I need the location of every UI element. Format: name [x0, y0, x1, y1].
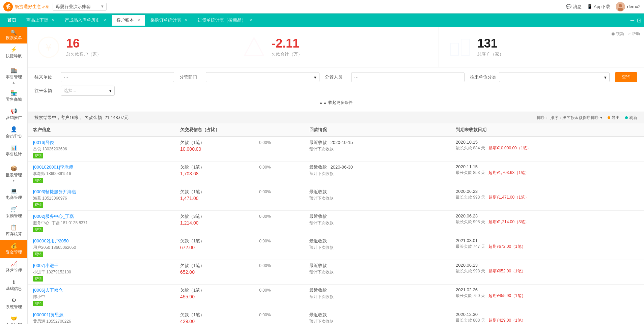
customer-name-link[interactable]: [0001020001]李老师 [33, 165, 73, 170]
sidebar-item-system[interactable]: ⚙ 系统管理 [0, 294, 27, 313]
customer-tag: 现销 [33, 227, 43, 232]
overdue-amount[interactable]: 超期¥10,000.00（1笔） [488, 146, 531, 150]
marketing-icon: 📢 [10, 108, 17, 114]
sidebar-item-inventory[interactable]: 📋 库存核算 [0, 222, 27, 240]
filter-category-select[interactable]: ▾ [499, 72, 610, 82]
sidebar-search[interactable]: 🔍 搜索菜单 [0, 27, 27, 43]
sidebar-item-purchase[interactable]: 🛒 采购管理 [0, 203, 27, 222]
customer-name-link[interactable]: [000002]用户2050 [33, 238, 69, 243]
sidebar-item-member[interactable]: 👤 会员中心 [0, 123, 27, 142]
overdue-amount[interactable]: 超期¥455.90（1笔） [488, 293, 526, 298]
sidebar-item-retail-stats[interactable]: 📊 零售统计 [0, 142, 27, 160]
customer-tag: 现销 [33, 178, 43, 183]
collapse-filter-button[interactable]: ▲▲ 收起更多条件 [34, 98, 637, 107]
collect-extra-cell [426, 309, 450, 324]
collect-status-cell: 最近收款 预计下次收款 [304, 285, 426, 309]
due-date-cell: 2020.06.23 最长欠款 998 天 超期¥1,471.00（1笔） [450, 186, 644, 211]
sidebar-item-quick-nav[interactable]: ⚡ 快捷导航 [0, 43, 27, 62]
refresh-icon [625, 116, 628, 119]
customer-name-link[interactable]: [0006]去下粮仓 [33, 288, 63, 293]
due-date-cell: 2020.10.15 最长欠款 884 天 超期¥10,000.00（1笔） [450, 137, 644, 161]
tab-close-icon[interactable]: ✕ [103, 18, 106, 23]
company-selector[interactable]: 母婴行业演示账套 ▾ [53, 3, 107, 11]
debt-amount: 10,000.00 [180, 146, 248, 152]
debt-count: 欠款（1笔） [180, 263, 248, 269]
tab-product-history[interactable]: 产成品入库单历史 ✕ [60, 15, 111, 26]
customer-contact: 吕俊 13026203696 [33, 146, 169, 152]
sidebar-item-finance[interactable]: 💰 资金管理 [0, 240, 27, 258]
tab-product-onoff[interactable]: 商品上下架 ✕ [22, 15, 59, 26]
debt-count-cell: 欠款（1笔） 10,000.00 [175, 137, 254, 161]
maximize-icon[interactable]: ⊡ [637, 17, 641, 24]
collect-status-cell: 最近收款 预计下次收款 [304, 260, 426, 285]
due-date-cell: 2020.06.23 最长欠款 998 天 超期¥1,214.00（3笔） [450, 211, 644, 235]
customer-contact: 小进干 18279152100 [33, 269, 169, 275]
stats-row: ¥ 16 总欠款客户（家） ! [28, 27, 644, 67]
video-help-button[interactable]: ◉ 视频 [611, 31, 624, 37]
overdue-amount[interactable]: 超期¥429.00（1笔） [488, 318, 526, 323]
more-icon: ··· [354, 74, 359, 80]
sidebar-item-retail-mgmt[interactable]: 🏬 零售管理 ▲ [0, 64, 27, 87]
quick-nav-icon: ⚡ [10, 46, 17, 53]
overdue-amount[interactable]: 超期¥1,703.68（1笔） [488, 170, 529, 175]
customer-name-link[interactable]: [0007]小进干 [33, 263, 58, 268]
filter-customer-input[interactable]: ··· [61, 72, 174, 82]
sidebar-item-ecommerce[interactable]: 💻 电商管理 [0, 185, 27, 203]
sidebar-item-basic-info[interactable]: ℹ 基础信息 [0, 276, 27, 294]
col-due-date: 到期未收款日期 [450, 123, 644, 137]
tab-purchase-goods-stats[interactable]: 进货单统计表（按商品） ✕ [193, 15, 257, 26]
basic-info-icon: ℹ [13, 279, 15, 285]
due-detail: 最长欠款 998 天 超期¥1,214.00（3笔） [456, 219, 639, 225]
app-download-button[interactable]: 📱 App下载 [587, 4, 610, 10]
collect-status-cell: 最近收款 2020-10-15 预计下次收款 [304, 137, 426, 161]
last-collect-label: 最近收款 [309, 263, 421, 269]
sidebar-item-wholesale-mgmt[interactable]: 📦 批发管理 ▼ [0, 163, 27, 185]
message-button[interactable]: 💬 消息 [566, 4, 582, 10]
debt-count-cell: 欠款（1笔） 429.00 [175, 309, 254, 324]
export-button[interactable]: 导出 [608, 115, 620, 121]
username-label: demo2 [627, 4, 641, 9]
debt-count-cell: 欠款（1笔） 1,703.68 [175, 161, 254, 186]
tab-customer-account[interactable]: 客户账本 ✕ [112, 15, 145, 26]
sidebar-item-retail-mall[interactable]: 🏪 零售商城 [0, 87, 27, 105]
sidebar-item-operation[interactable]: 📈 经营管理 [0, 258, 27, 276]
refresh-button[interactable]: 刷新 [625, 115, 637, 121]
overdue-amount[interactable]: 超期¥1,214.00（3笔） [488, 219, 529, 224]
debt-pct-cell: 0.00% [254, 211, 304, 235]
sidebar-item-marketing[interactable]: 📢 营销推广 [0, 105, 27, 123]
overdue-amount[interactable]: 超期¥1,471.00（1笔） [488, 195, 529, 200]
window-controls[interactable]: ─ ⊡ [631, 17, 641, 24]
customer-info-cell: [0006]去下粮仓 陈小带 现销 [28, 285, 175, 309]
collect-extra-cell [426, 137, 450, 161]
finance-icon: 💰 [10, 242, 17, 249]
tab-close-icon[interactable]: ✕ [52, 18, 55, 23]
sort-selector[interactable]: 排序： 排序：按欠款金额倒序排序 ▾ [537, 115, 602, 121]
tab-close-icon[interactable]: ✕ [185, 18, 188, 23]
query-button[interactable]: 查询 [615, 72, 637, 82]
minimize-icon[interactable]: ─ [631, 17, 634, 24]
filter-person-input[interactable]: ··· [351, 72, 465, 82]
sidebar-item-enterprise-collab[interactable]: 🤝 企业协同 [0, 313, 27, 324]
tab-close-icon[interactable]: ✕ [137, 18, 140, 23]
tab-close-icon[interactable]: ✕ [249, 18, 252, 23]
filter-dept-select[interactable]: ▾ [206, 72, 319, 82]
overdue-amount[interactable]: 超期¥652.00（1笔） [488, 269, 526, 273]
tab-home[interactable]: 首页 [3, 15, 21, 26]
user-menu[interactable]: demo2 [616, 2, 641, 11]
table-row: [000002]用户2050 用户2050 18665062050 现销 欠款（… [28, 235, 644, 260]
debt-pct-cell: 0.00% [254, 186, 304, 211]
overdue-amount[interactable]: 超期¥672.00（1笔） [488, 244, 526, 249]
customer-name-link[interactable]: [0002]服务中心_丁磊 [33, 214, 74, 219]
app-logo-text: 畅捷通好生意 [15, 4, 41, 10]
customer-name-link[interactable]: [000001]黄思源 [33, 312, 63, 317]
due-detail: 最长欠款 747 天 超期¥672.00（1笔） [456, 244, 639, 249]
customer-info-cell: [000002]用户2050 用户2050 18665062050 现销 [28, 235, 175, 260]
due-date-cell: 2021.02.26 最长欠款 750 天 超期¥455.90（1笔） [450, 285, 644, 309]
filter-balance-select[interactable]: 选择... ▾ [61, 86, 115, 96]
customer-name-link[interactable]: [0016]吕俊 [33, 140, 54, 145]
customer-name-link[interactable]: [0003]畅捷服务尹海燕 [33, 189, 76, 194]
debt-pct: 0.00% [259, 263, 298, 268]
tab-purchase-stats[interactable]: 采购订单统计表 ✕ [146, 15, 192, 26]
message-icon: 💬 [566, 4, 571, 9]
help-button[interactable]: ⊙ 帮助 [627, 31, 640, 37]
